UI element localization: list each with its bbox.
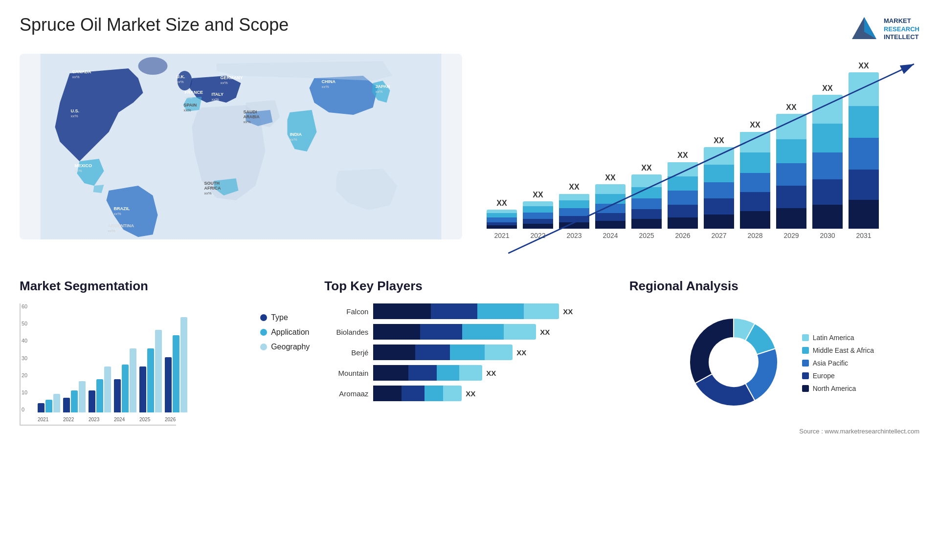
player-bar-wrap: XX [373, 303, 614, 319]
stacked-bar [704, 147, 734, 229]
seg-group: 2024 [114, 348, 136, 412]
svg-text:SOUTH: SOUTH [204, 181, 220, 186]
seg-bar [89, 390, 95, 412]
bar-segment [487, 213, 517, 218]
svg-text:JAPAN: JAPAN [376, 84, 390, 89]
svg-text:ARGENTINA: ARGENTINA [108, 223, 134, 228]
bar-segment [631, 187, 662, 198]
bar-segment [740, 132, 770, 152]
bar-segment [849, 170, 879, 200]
bar-segment [740, 173, 770, 192]
seg-bar [114, 379, 121, 412]
player-value: XX [516, 348, 526, 357]
player-bar-segment [373, 324, 420, 340]
donut-legend-color [802, 372, 809, 379]
player-name: Berjé [324, 348, 368, 357]
seg-bar [180, 317, 187, 412]
bar-segment [776, 139, 806, 163]
x-axis-label: 2026 [165, 417, 176, 422]
player-bar-segment [524, 303, 559, 319]
player-bar-segment [459, 365, 482, 381]
stacked-bar [595, 184, 626, 229]
seg-bar [173, 335, 179, 412]
legend-color [260, 329, 267, 336]
bar-group: XX2029 [776, 103, 806, 239]
bar-segment [740, 211, 770, 229]
seg-group: 2023 [89, 366, 111, 412]
donut-legend-label: Latin America [813, 334, 854, 342]
bar-value-label: XX [605, 173, 615, 182]
player-bar-segment [373, 303, 431, 319]
seg-bar [130, 348, 136, 412]
main-grid: CANADA xx% U.S. xx% MEXICO xx% BRAZIL xx… [20, 54, 919, 274]
stacked-bar [740, 131, 770, 229]
bar-segment [776, 114, 806, 139]
bar-segment [595, 204, 626, 214]
stacked-bar [849, 72, 879, 229]
bar-year-label: 2030 [820, 232, 835, 239]
stacked-bar [523, 201, 553, 229]
stacked-bar [559, 194, 589, 229]
legend-label: Type [271, 313, 288, 322]
seg-group: 2022 [63, 381, 86, 412]
x-axis-label: 2021 [38, 417, 48, 422]
bar-segment [812, 205, 843, 229]
stacked-bar [487, 210, 517, 229]
bar-segment [704, 147, 734, 165]
y-axis-label: 30 [22, 355, 27, 361]
logo-icon [850, 15, 879, 44]
y-axis-label: 50 [22, 321, 27, 326]
world-map: CANADA xx% U.S. xx% MEXICO xx% BRAZIL xx… [20, 54, 462, 239]
bar-chart-area: XX2021XX2022XX2023XX2024XX2025XX2026XX20… [477, 59, 919, 254]
legend-label: Geography [271, 343, 310, 351]
bar-value-label: XX [533, 191, 543, 199]
bar-segment [668, 191, 698, 205]
bar-segment [559, 194, 589, 200]
donut-wrapper: Latin AmericaMiddle East & AfricaAsia Pa… [629, 303, 919, 423]
bar-segment [849, 200, 879, 229]
y-axis-label: 0 [22, 407, 27, 412]
bar-value-label: XX [858, 62, 869, 70]
bar-segment [631, 209, 662, 219]
svg-point-3 [138, 57, 168, 75]
svg-text:AFRICA: AFRICA [204, 186, 221, 191]
bar-group: XX2025 [631, 164, 662, 239]
bar-segment [668, 205, 698, 217]
bar-group: XX2026 [668, 151, 698, 239]
svg-text:xx%: xx% [185, 95, 192, 100]
y-axis-labels: 0102030405060 [22, 303, 27, 412]
seg-bar [38, 403, 45, 412]
bar-group: XX2022 [523, 191, 553, 239]
bar-segment [704, 215, 734, 229]
seg-group: 2026 [165, 317, 187, 412]
bottom-grid: Market Segmentation 01020304050602021202… [20, 279, 919, 435]
bar-segment [776, 208, 806, 229]
bar-value-label: XX [569, 183, 579, 192]
bar-group: XX2027 [704, 136, 734, 239]
player-value: XX [466, 389, 475, 398]
y-axis-label: 40 [22, 338, 27, 344]
bar-segment [740, 192, 770, 211]
bar-value-label: XX [822, 84, 832, 93]
legend-item: Geography [260, 343, 310, 351]
svg-text:GERMANY: GERMANY [221, 75, 243, 80]
logo-text: MARKET RESEARCH INTELLECT [884, 17, 919, 42]
bar-segment [812, 179, 843, 205]
svg-text:BRAZIL: BRAZIL [114, 206, 130, 211]
stacked-bar [668, 162, 698, 229]
donut-legend-color [802, 360, 809, 366]
bar-year-label: 2029 [783, 232, 799, 239]
legend-item: Type [260, 313, 310, 322]
bar-segment [487, 210, 517, 213]
svg-text:xx%: xx% [177, 80, 184, 84]
svg-text:xx%: xx% [75, 169, 82, 173]
bar-segment [487, 217, 517, 222]
bar-year-label: 2021 [494, 232, 509, 239]
regional-title: Regional Analysis [629, 279, 919, 294]
svg-text:xx%: xx% [212, 97, 219, 102]
seg-group: 2021 [38, 394, 60, 412]
seg-bar [139, 366, 146, 412]
stacked-bar [776, 114, 806, 229]
seg-bar [122, 365, 129, 412]
svg-text:xx%: xx% [244, 120, 251, 124]
